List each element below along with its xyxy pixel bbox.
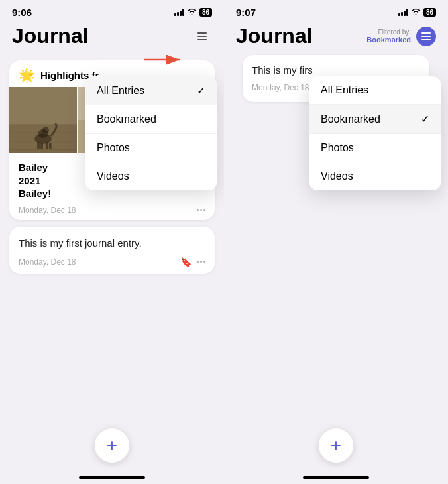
signal-icon <box>174 9 184 16</box>
time-left: 9:06 <box>12 7 32 18</box>
photo-thumb-1 <box>9 87 77 153</box>
dropdown-menu-left: All Entries ✓ Bookmarked Photos Videos <box>85 76 217 190</box>
svg-rect-9 <box>37 142 40 149</box>
arrow-indicator <box>141 52 188 71</box>
dropdown-item-photos-left[interactable]: Photos <box>85 134 217 162</box>
plus-icon-left: + <box>107 436 117 455</box>
header-filter-group: Filtered by: Bookmarked <box>366 27 436 46</box>
plus-btn-container-left: + <box>0 420 224 476</box>
status-icons-left: 86 <box>174 8 212 17</box>
add-entry-button-right[interactable]: + <box>319 428 353 463</box>
filter-button-right[interactable] <box>416 27 436 46</box>
dropdown-item-all-entries-left[interactable]: All Entries ✓ <box>85 76 217 105</box>
filter-text-group: Filtered by: Bookmarked <box>366 29 411 44</box>
dropdown-item-bookmarked-right[interactable]: Bookmarked ✓ <box>309 105 441 134</box>
left-phone-panel: 9:06 86 Journal <box>0 0 224 484</box>
status-bar-right: 9:07 86 <box>224 0 448 21</box>
wifi-icon-right <box>411 8 421 17</box>
plus-icon-right: + <box>331 436 341 455</box>
app-header-left: Journal <box>0 21 224 55</box>
arrow-svg <box>141 52 188 68</box>
bookmark-icon: 🔖 <box>180 257 192 267</box>
filter-value: Bookmarked <box>366 36 411 44</box>
app-title-right: Journal <box>236 24 313 48</box>
add-entry-button-left[interactable]: + <box>95 428 129 463</box>
status-icons-right: 86 <box>398 8 436 17</box>
app-title-left: Journal <box>12 24 89 48</box>
text-card[interactable]: This is my first journal entry. Monday, … <box>9 227 215 274</box>
dropdown-item-all-entries-right[interactable]: All Entries <box>309 76 441 105</box>
hamburger-icon <box>197 32 207 40</box>
more-dots-text[interactable] <box>197 261 205 263</box>
status-bar-left: 9:06 86 <box>0 0 224 21</box>
more-dots[interactable] <box>197 209 205 211</box>
dropdown-item-videos-left[interactable]: Videos <box>85 162 217 190</box>
checkmark-left: ✓ <box>197 84 205 97</box>
time-right: 9:07 <box>236 7 256 18</box>
footer-right: 🔖 <box>180 257 205 267</box>
dropdown-item-videos-right[interactable]: Videos <box>309 162 441 190</box>
right-phone-panel: 9:07 86 Journal Filtered by: <box>224 0 448 484</box>
filter-label: Filtered by: <box>366 29 411 36</box>
home-indicator-right <box>303 476 369 479</box>
text-card-footer: Monday, Dec 18 🔖 <box>19 257 205 267</box>
text-card-content: This is my first journal entry. <box>19 236 205 250</box>
dropdown-item-bookmarked-left[interactable]: Bookmarked <box>85 105 217 134</box>
partial-card-date: Monday, Dec 18 <box>252 83 309 92</box>
plus-btn-container-right: + <box>224 420 448 476</box>
checkmark-right: ✓ <box>421 113 429 125</box>
partial-card-text: This is my firs <box>252 64 420 76</box>
svg-rect-12 <box>49 143 52 149</box>
card-footer: Monday, Dec 18 <box>9 200 215 220</box>
text-card-date: Monday, Dec 18 <box>19 257 76 267</box>
card-date: Monday, Dec 18 <box>19 206 76 215</box>
battery-left: 86 <box>199 8 212 17</box>
battery-right: 86 <box>423 8 436 17</box>
highlights-emoji: 🌟 <box>19 67 35 83</box>
svg-point-8 <box>42 127 49 133</box>
svg-rect-10 <box>40 143 43 149</box>
signal-icon-right <box>398 9 408 16</box>
home-indicator-left <box>79 476 145 479</box>
dropdown-item-photos-right[interactable]: Photos <box>309 134 441 162</box>
filter-button-left[interactable] <box>192 27 212 46</box>
hamburger-icon-right <box>421 32 431 40</box>
dropdown-menu-right: All Entries Bookmarked ✓ Photos Videos <box>309 76 441 190</box>
wifi-icon <box>187 8 197 17</box>
svg-rect-11 <box>46 142 48 149</box>
app-header-right: Journal Filtered by: Bookmarked <box>224 21 448 55</box>
